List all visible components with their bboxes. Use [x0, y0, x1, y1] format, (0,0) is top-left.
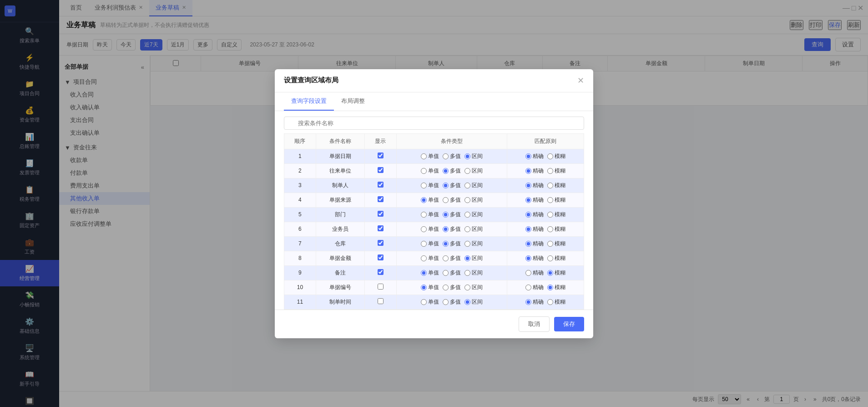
row-type[interactable]: 单值多值区间: [396, 178, 507, 193]
match-radio-item[interactable]: 精确: [525, 284, 544, 291]
match-radio-item[interactable]: 精确: [525, 167, 544, 175]
match-radio[interactable]: [525, 153, 531, 159]
modal-search-input[interactable]: [284, 117, 584, 130]
row-show[interactable]: [364, 149, 396, 163]
type-radio-item[interactable]: 区间: [464, 269, 483, 277]
match-radio-item[interactable]: 模糊: [547, 167, 565, 175]
type-radio[interactable]: [464, 183, 470, 188]
match-radio-item[interactable]: 精确: [525, 196, 544, 204]
row-show[interactable]: [364, 265, 396, 280]
type-radio-item[interactable]: 多值: [443, 153, 461, 160]
type-radio-item[interactable]: 区间: [464, 182, 483, 189]
row-type[interactable]: 单值多值区间: [396, 149, 507, 163]
row-match[interactable]: 精确模糊: [507, 295, 584, 309]
type-radio-item[interactable]: 单值: [421, 196, 439, 204]
match-radio-item[interactable]: 精确: [525, 298, 544, 306]
type-radio-item[interactable]: 区间: [464, 284, 483, 291]
type-radio[interactable]: [443, 270, 449, 276]
match-radio-item[interactable]: 精确: [525, 182, 544, 189]
row-show[interactable]: [364, 163, 396, 178]
type-radio[interactable]: [443, 183, 449, 188]
type-radio[interactable]: [464, 226, 470, 232]
row-type[interactable]: 单值多值区间: [396, 265, 507, 280]
row-match[interactable]: 精确模糊: [507, 207, 584, 222]
type-radio[interactable]: [421, 212, 427, 218]
type-radio[interactable]: [464, 255, 470, 261]
type-radio-item[interactable]: 单值: [421, 182, 439, 189]
match-radio-item[interactable]: 模糊: [547, 254, 565, 262]
type-radio[interactable]: [464, 168, 470, 174]
type-radio-item[interactable]: 多值: [443, 196, 461, 204]
type-radio[interactable]: [443, 285, 449, 290]
row-match[interactable]: 精确模糊: [507, 163, 584, 178]
type-radio-item[interactable]: 多值: [443, 240, 461, 248]
row-type[interactable]: 单值多值区间: [396, 295, 507, 309]
type-radio-item[interactable]: 单值: [421, 167, 439, 175]
type-radio-item[interactable]: 单值: [421, 211, 439, 219]
match-radio[interactable]: [525, 285, 531, 290]
show-checkbox[interactable]: [378, 167, 384, 173]
type-radio-item[interactable]: 区间: [464, 196, 483, 204]
match-radio[interactable]: [525, 183, 531, 188]
type-radio[interactable]: [464, 197, 470, 203]
match-radio-item[interactable]: 精确: [525, 254, 544, 262]
match-radio-item[interactable]: 精确: [525, 153, 544, 160]
type-radio[interactable]: [464, 212, 470, 218]
type-radio-item[interactable]: 单值: [421, 153, 439, 160]
type-radio-item[interactable]: 多值: [443, 298, 461, 306]
type-radio[interactable]: [421, 197, 427, 203]
match-radio-item[interactable]: 精确: [525, 240, 544, 248]
type-radio-item[interactable]: 区间: [464, 254, 483, 262]
match-radio-item[interactable]: 精确: [525, 269, 544, 277]
show-checkbox[interactable]: [378, 153, 384, 158]
type-radio[interactable]: [464, 299, 470, 305]
row-match[interactable]: 精确模糊: [507, 251, 584, 265]
type-radio[interactable]: [443, 299, 449, 305]
row-match[interactable]: 精确模糊: [507, 236, 584, 251]
match-radio[interactable]: [525, 197, 531, 203]
match-radio[interactable]: [525, 255, 531, 261]
type-radio-item[interactable]: 区间: [464, 167, 483, 175]
match-radio-item[interactable]: 模糊: [547, 298, 565, 306]
show-checkbox[interactable]: [378, 269, 384, 275]
type-radio[interactable]: [443, 197, 449, 203]
show-checkbox[interactable]: [378, 182, 384, 188]
show-checkbox[interactable]: [378, 254, 384, 260]
type-radio-item[interactable]: 多值: [443, 269, 461, 277]
match-radio[interactable]: [525, 168, 531, 174]
match-radio[interactable]: [525, 299, 531, 305]
type-radio[interactable]: [421, 226, 427, 232]
match-radio-item[interactable]: 模糊: [547, 153, 565, 160]
modal-tab-layout[interactable]: 布局调整: [334, 92, 372, 111]
match-radio[interactable]: [547, 285, 553, 290]
type-radio-item[interactable]: 单值: [421, 225, 439, 233]
type-radio-item[interactable]: 区间: [464, 240, 483, 248]
row-show[interactable]: [364, 280, 396, 295]
match-radio-item[interactable]: 模糊: [547, 269, 565, 277]
type-radio[interactable]: [443, 241, 449, 247]
type-radio[interactable]: [421, 183, 427, 188]
type-radio-item[interactable]: 单值: [421, 269, 439, 277]
row-show[interactable]: [364, 295, 396, 309]
match-radio-item[interactable]: 模糊: [547, 284, 565, 291]
match-radio[interactable]: [547, 255, 553, 261]
match-radio-item[interactable]: 精确: [525, 225, 544, 233]
type-radio-item[interactable]: 多值: [443, 284, 461, 291]
row-type[interactable]: 单值多值区间: [396, 280, 507, 295]
type-radio[interactable]: [421, 153, 427, 159]
match-radio[interactable]: [525, 226, 531, 232]
type-radio-item[interactable]: 多值: [443, 225, 461, 233]
match-radio[interactable]: [547, 226, 553, 232]
row-show[interactable]: [364, 236, 396, 251]
modal-close-button[interactable]: ✕: [577, 76, 584, 86]
match-radio-item[interactable]: 模糊: [547, 182, 565, 189]
row-type[interactable]: 单值多值区间: [396, 236, 507, 251]
match-radio-item[interactable]: 模糊: [547, 196, 565, 204]
type-radio[interactable]: [464, 241, 470, 247]
match-radio[interactable]: [547, 270, 553, 276]
show-checkbox[interactable]: [378, 196, 384, 202]
type-radio-item[interactable]: 多值: [443, 211, 461, 219]
type-radio[interactable]: [443, 226, 449, 232]
match-radio-item[interactable]: 模糊: [547, 211, 565, 219]
type-radio-item[interactable]: 单值: [421, 240, 439, 248]
